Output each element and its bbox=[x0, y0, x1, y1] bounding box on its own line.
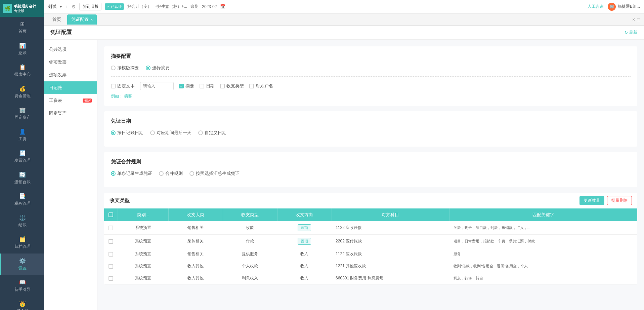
batch-delete-button[interactable]: 批量删除 bbox=[607, 196, 632, 205]
fixed-text-checkbox bbox=[111, 84, 116, 88]
col-category[interactable]: 类别 ↓ bbox=[118, 208, 168, 221]
row-account: 660301 财务费用 利息费用 bbox=[332, 272, 449, 284]
switch-version-button[interactable]: 切到旧版 bbox=[79, 3, 101, 10]
radio-template-summary[interactable]: 按模版摘要 bbox=[111, 65, 139, 71]
sidebar-item-fixed-assets[interactable]: 🏢 固定资产 bbox=[0, 103, 44, 124]
row-category: 系统预置 bbox=[118, 260, 168, 272]
summary-section-title: 摘要配置 bbox=[111, 53, 631, 60]
tab-close-icon[interactable]: × bbox=[91, 17, 93, 22]
payroll-icon: 👤 bbox=[19, 128, 26, 135]
row-type: 提供服务 bbox=[223, 248, 277, 260]
tab-bar: 首页 凭证配置 × × □ bbox=[44, 13, 644, 26]
radio-single-record[interactable]: 单条记录生成凭证 bbox=[111, 170, 152, 177]
table-row: 系统预置 收入其他 利息收入 收入 660301 财务费用 利息费用 利息，行转… bbox=[104, 272, 637, 284]
summary-radio-group: 按模版摘要 选择摘要 bbox=[111, 65, 631, 71]
radio-last-day[interactable]: 对应期间最后一天 bbox=[150, 130, 191, 136]
sidebar-item-home[interactable]: ⊞ 首页 bbox=[0, 17, 44, 38]
window-max-icon[interactable]: □ bbox=[637, 17, 640, 22]
update-button[interactable]: 更新数量 bbox=[579, 196, 604, 205]
sidebar-item-reports[interactable]: 📋 报表中心 bbox=[0, 60, 44, 81]
purchase-icon: 🔄 bbox=[19, 171, 26, 178]
summary-section: 摘要配置 按模版摘要 选择摘要 bbox=[104, 46, 637, 106]
menu-item-fixed-assets[interactable]: 固定资产 bbox=[44, 107, 97, 120]
settlement-icon: ⚖️ bbox=[19, 215, 26, 221]
row-account: 1122 应收账款 bbox=[332, 248, 449, 260]
row-checkbox[interactable] bbox=[104, 221, 118, 235]
invoice-icon: 🧾 bbox=[19, 150, 26, 156]
merge-radio-group: 单条记录生成凭证 合并规则 按照选择汇总生成凭证 bbox=[111, 170, 631, 177]
topbar-dropdown-icon[interactable]: ▾ bbox=[60, 4, 62, 9]
user-name[interactable]: 畅捷通B组... bbox=[618, 4, 640, 9]
asset-icon: 🏢 bbox=[19, 107, 26, 113]
window-close-icon[interactable]: × bbox=[632, 17, 635, 22]
menu-item-purchase-invoice[interactable]: 进项发票 bbox=[44, 69, 97, 81]
cashflow-section: 收支类型 更新数量 批量删除 类别 ↓ bbox=[104, 193, 637, 284]
example-text: 例如： 摘要 bbox=[111, 93, 631, 99]
archive-icon: 🗂️ bbox=[19, 236, 26, 242]
topbar-info1: 好会计（专） bbox=[127, 4, 152, 9]
pin-button[interactable]: 置顶 bbox=[298, 224, 311, 231]
row-checkbox[interactable] bbox=[104, 272, 118, 284]
sidebar-item-payroll[interactable]: 👤 工资 bbox=[0, 124, 44, 146]
tab-home[interactable]: 首页 bbox=[48, 14, 66, 25]
radio-select-summary[interactable]: 选择摘要 bbox=[146, 65, 170, 71]
sidebar-item-purchase-sales[interactable]: 🔄 进销台账 bbox=[0, 167, 44, 189]
window-controls: × □ bbox=[632, 17, 640, 22]
radio-journal-date[interactable]: 按日记账日期 bbox=[111, 130, 143, 136]
help-label[interactable]: 人工咨询 bbox=[588, 4, 604, 9]
menu-item-payroll[interactable]: 工资表 NEW bbox=[44, 94, 97, 107]
merge-section: 凭证合并规则 单条记录生成凭证 合并规则 按照选择汇总生成凭证 bbox=[104, 152, 637, 187]
row-checkbox[interactable] bbox=[104, 235, 118, 248]
fixed-text-input[interactable] bbox=[140, 82, 174, 90]
sidebar-item-settlement[interactable]: ⚖️ 结账 bbox=[0, 210, 44, 232]
radio-custom-date[interactable]: 自定义日期 bbox=[198, 130, 226, 136]
sidebar-item-member[interactable]: 👑 畅会员 bbox=[0, 297, 44, 310]
sidebar-item-guide[interactable]: 📖 新手引导 bbox=[0, 275, 44, 297]
home-icon: ⊞ bbox=[20, 21, 25, 27]
certified-badge: ✓ 已认证 bbox=[105, 3, 124, 10]
checkbox-type[interactable]: 收支类型 bbox=[220, 83, 244, 89]
settings-icon: ⚙️ bbox=[19, 258, 26, 264]
content-area: 凭证配置 ↻ 刷新 公共选项 销项发票 进项发票 日记账 bbox=[44, 26, 644, 310]
topbar: 测试 ▾ + ⚙ 切到旧版 ✓ 已认证 好会计（专） +好生意（标）+... 账… bbox=[44, 0, 644, 13]
main-panel: 摘要配置 按模版摘要 选择摘要 bbox=[97, 40, 644, 310]
sidebar-item-funds[interactable]: 💰 资金管理 bbox=[0, 81, 44, 103]
col-checkbox[interactable] bbox=[104, 208, 118, 221]
left-menu: 公共选项 销项发票 进项发票 日记账 工资表 NEW 固定资产 bbox=[44, 40, 97, 310]
checkbox-fixed-text[interactable]: 固定文本 bbox=[111, 83, 135, 89]
checkbox-counterparty[interactable]: 对方户名 bbox=[249, 83, 273, 89]
row-major-type: 收入其他 bbox=[168, 272, 223, 284]
pin-button[interactable]: 置顶 bbox=[298, 238, 311, 245]
topbar-right: 人工咨询 🏢 畅捷通B组... bbox=[588, 3, 640, 11]
row-direction-text: 收入 bbox=[300, 264, 308, 268]
tab-voucher-config[interactable]: 凭证配置 × bbox=[67, 14, 97, 25]
topbar-user: 🏢 畅捷通B组... bbox=[608, 3, 640, 11]
sidebar-item-general-ledger[interactable]: 📊 总账 bbox=[0, 38, 44, 60]
report-icon: 📋 bbox=[19, 64, 26, 70]
topbar-period-value: 2023-02 bbox=[202, 4, 217, 9]
sidebar-item-invoice[interactable]: 🧾 发票管理 bbox=[0, 146, 44, 167]
radio-total-icon bbox=[189, 171, 194, 176]
menu-item-sales-invoice[interactable]: 销项发票 bbox=[44, 56, 97, 69]
radio-merge-rule[interactable]: 合并规则 bbox=[159, 170, 183, 177]
row-checkbox[interactable] bbox=[104, 248, 118, 260]
col-direction: 收支方向 bbox=[277, 208, 332, 221]
sidebar-item-tax[interactable]: 📑 税务管理 bbox=[0, 189, 44, 210]
row-direction: 收入 bbox=[277, 272, 332, 284]
row-direction: 置顶 bbox=[277, 221, 332, 235]
menu-item-journal[interactable]: 日记账 bbox=[44, 81, 97, 94]
radio-total[interactable]: 按照选择汇总生成凭证 bbox=[189, 170, 240, 177]
topbar-settings-icon[interactable]: ⚙ bbox=[72, 4, 76, 9]
checkbox-date[interactable]: 日期 bbox=[200, 83, 215, 89]
sidebar-item-archive[interactable]: 🗂️ 归档管理 bbox=[0, 232, 44, 254]
calendar-icon[interactable]: 📅 bbox=[220, 4, 225, 9]
checkbox-summary[interactable]: ✓ 摘要 bbox=[179, 83, 194, 89]
sidebar-item-settings[interactable]: ⚙️ 设置 bbox=[0, 254, 44, 275]
row-checkbox[interactable] bbox=[104, 260, 118, 272]
topbar-add-icon[interactable]: + bbox=[66, 4, 68, 9]
menu-item-public[interactable]: 公共选项 bbox=[44, 43, 97, 56]
row-type: 利息收入 bbox=[223, 272, 277, 284]
row-category: 系统预置 bbox=[118, 248, 168, 260]
row-type: 个人收款 bbox=[223, 260, 277, 272]
refresh-button[interactable]: ↻ 刷新 bbox=[625, 30, 637, 35]
